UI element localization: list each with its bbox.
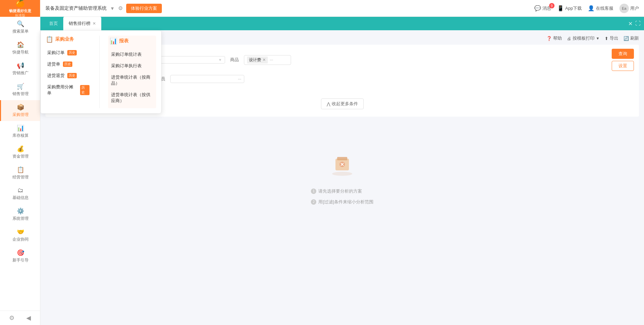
user-btn[interactable]: Ea 用户 [619, 4, 639, 13]
dropdown-arrow[interactable]: ▼ [110, 6, 115, 11]
dropdown-columns: 📋 采购业务 采购订单 历史 进货单 历史 进货退货 历史 采购费用分摊单 历史 [46, 36, 156, 108]
goods-input[interactable]: 设计费 ✕ ··· [244, 55, 291, 65]
dropdown-item-order-stats[interactable]: 采购订单统计表 [110, 49, 155, 60]
dropdown-item-cost[interactable]: 采购费用分摊单 历史 [46, 81, 91, 99]
salesperson-dots[interactable]: ··· [238, 77, 241, 81]
status-select[interactable]: ▼ [151, 56, 225, 64]
online-service-btn[interactable]: 👤 在线客服 [588, 5, 613, 11]
help-btn[interactable]: ❓ 帮助 [546, 35, 562, 41]
app-label: App下载 [565, 5, 582, 11]
goods-dots[interactable]: ··· [270, 57, 273, 62]
sidebar-item-newbie[interactable]: 🎯 新手引导 [0, 246, 40, 267]
sidebar-label-marketing: 营销推广 [12, 70, 29, 76]
sidebar-item-inventory[interactable]: 📊 库存核算 [0, 121, 40, 142]
dropdown-label-order-exec: 采购订单执行表 [111, 63, 142, 69]
empty-state: 1 请先选择要分析的方案 2 用[过滤]条件来缩小分析范围 [45, 120, 639, 233]
sidebar-label-purchase: 采购管理 [12, 112, 29, 118]
logo-icon: 🍊 [15, 0, 25, 8]
sidebar-label-search: 搜索菜单 [12, 29, 29, 34]
dropdown-item-return[interactable]: 进货退货 历史 [46, 70, 91, 81]
dropdown-item-purchase-order[interactable]: 采购订单 历史 [46, 47, 91, 58]
marketing-icon: 📢 [17, 62, 24, 69]
sidebar: 🍊 畅捷通好生意 标准版 🔍 搜索菜单 🏠 快捷导航 📢 营销推广 🛒 销售管理… [0, 0, 40, 325]
goods-tag-value: 设计费 [249, 57, 261, 63]
industry-btn[interactable]: 体验行业方案 [126, 4, 162, 13]
header-right: 💬 9 消息 📱 App下载 👤 在线客服 Ea 用户 [534, 4, 639, 13]
sidebar-label-enterprise: 企业协同 [12, 237, 29, 242]
inventory-icon: 📊 [17, 124, 24, 132]
tip1-num: 1 [311, 189, 316, 194]
sidebar-item-search[interactable]: 🔍 搜索菜单 [0, 17, 40, 38]
footer-collapse-icon[interactable]: ◀ [26, 314, 31, 322]
export-btn[interactable]: ⬆ 导出 [605, 35, 618, 41]
refresh-label: 刷新 [630, 35, 639, 41]
dropdown-item-incoming[interactable]: 进货单 历史 [46, 58, 91, 70]
sidebar-item-sales[interactable]: 🛒 销售管理 [0, 79, 40, 100]
dropdown-label-return: 进货退货 [47, 73, 65, 79]
collapse-icon: ⋀ [327, 101, 330, 107]
print-dropdown-icon[interactable]: ▼ [596, 36, 600, 40]
tab-home-label: 首页 [49, 21, 58, 27]
dropdown-item-incoming-supplier[interactable]: 进货单统计表（按供应商） [110, 89, 155, 107]
sidebar-nav: 🔍 搜索菜单 🏠 快捷导航 📢 营销推广 🛒 销售管理 📦 采购管理 📊 库存核… [0, 17, 40, 311]
print-label: 按模板打印 [573, 35, 595, 41]
tip1-text: 请先选择要分析的方案 [318, 187, 362, 196]
sidebar-item-quicknav[interactable]: 🏠 快捷导航 [0, 38, 40, 58]
message-icon: 💬 [534, 5, 541, 11]
sidebar-logo: 🍊 畅捷通好生意 标准版 [0, 0, 40, 17]
settings-btn[interactable]: 设置 [612, 61, 634, 71]
export-label: 导出 [610, 35, 618, 41]
query-btn[interactable]: 查询 [612, 49, 634, 59]
sidebar-item-finance[interactable]: 💰 资金管理 [0, 142, 40, 163]
window-expand-icon[interactable]: ⛶ [635, 21, 641, 27]
system-icon: ⚙️ [17, 207, 24, 215]
tab-close-icon[interactable]: ✕ [93, 21, 96, 26]
message-btn[interactable]: 💬 9 消息 [534, 5, 551, 11]
goods-tag: 设计费 ✕ [247, 56, 268, 64]
basic-icon: 🗂 [17, 187, 24, 194]
report-col-title: 📊 报表 [110, 37, 155, 45]
sidebar-item-system[interactable]: ⚙️ 系统管理 [0, 204, 40, 225]
history-badge-2: 历史 [63, 62, 72, 67]
sidebar-item-operation[interactable]: 📋 经营管理 [0, 163, 40, 184]
tabs-right: ✕ ⛶ [628, 21, 641, 27]
sales-icon: 🛒 [17, 83, 24, 90]
operation-icon: 📋 [17, 166, 24, 173]
sidebar-item-marketing[interactable]: 📢 营销推广 [0, 58, 40, 79]
history-badge-4: 历史 [80, 85, 90, 95]
purchase-dropdown: 📋 采购业务 采购订单 历史 进货单 历史 进货退货 历史 采购费用分摊单 历史 [40, 30, 162, 114]
sidebar-item-basic[interactable]: 🗂 基础信息 [0, 184, 40, 204]
goods-tag-close-icon[interactable]: ✕ [262, 57, 266, 62]
salesperson-select[interactable]: ··· [170, 75, 244, 83]
app-download-btn[interactable]: 📱 App下载 [557, 5, 582, 11]
sidebar-label-finance: 资金管理 [12, 154, 29, 159]
footer-settings-icon[interactable]: ⚙ [9, 314, 14, 322]
tab-sales-rank-label: 销售排行榜 [69, 21, 91, 27]
service-icon: 👤 [588, 5, 595, 11]
empty-icon-svg [325, 147, 359, 180]
logo-title: 畅捷通好生意 [9, 8, 31, 13]
refresh-btn[interactable]: 🔄 刷新 [623, 35, 639, 41]
dropdown-label-cost: 采购费用分摊单 [47, 84, 77, 96]
home-icon: 🏠 [17, 41, 24, 48]
print-btn[interactable]: 🖨 按模板打印 ▼ [567, 35, 600, 41]
status-dropdown-icon: ▼ [218, 58, 222, 62]
collapse-btn[interactable]: ⋀ 收起更多条件 [321, 98, 364, 109]
phone-icon: 📱 [557, 5, 564, 11]
tab-home[interactable]: 首页 [44, 17, 63, 30]
message-badge: 9 [549, 3, 554, 8]
tip2-text: 用[过滤]条件来缩小分析范围 [318, 198, 373, 206]
dropdown-item-incoming-goods[interactable]: 进货单统计表（按商品） [110, 72, 155, 89]
purchase-business-col: 📋 采购业务 采购订单 历史 进货单 历史 进货退货 历史 采购费用分摊单 历史 [46, 36, 91, 108]
dropdown-label-incoming-supplier: 进货单统计表（按供应商） [111, 92, 153, 104]
tab-sales-rank[interactable]: 销售排行榜 ✕ [63, 17, 101, 30]
user-label: 用户 [630, 5, 639, 11]
sidebar-item-enterprise[interactable]: 🤝 企业协同 [0, 225, 40, 246]
help-icon: ❓ [546, 36, 552, 41]
window-close-icon[interactable]: ✕ [628, 21, 633, 27]
finance-icon: 💰 [17, 145, 24, 153]
dropdown-item-order-exec[interactable]: 采购订单执行表 [110, 60, 155, 72]
sidebar-item-purchase[interactable]: 📦 采购管理 [0, 100, 40, 121]
dropdown-label-incoming-goods: 进货单统计表（按商品） [111, 74, 153, 86]
settings-gear-icon[interactable]: ⚙ [118, 5, 123, 11]
